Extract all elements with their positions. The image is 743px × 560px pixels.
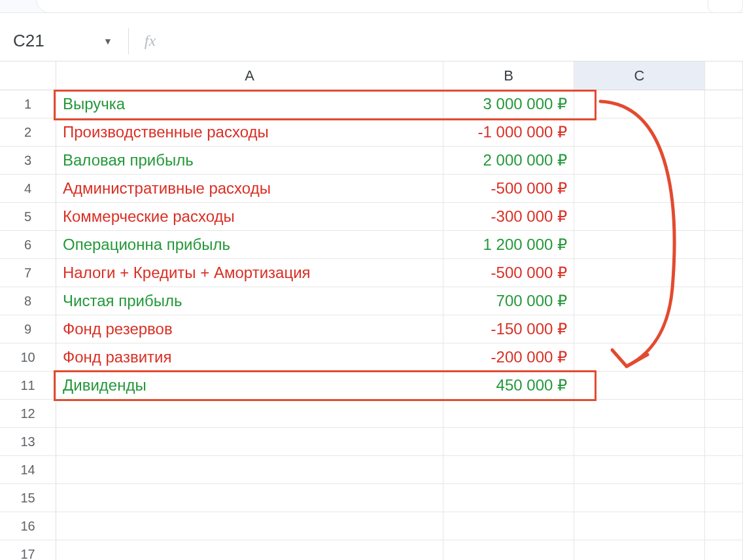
cell-A5[interactable]: Коммерческие расходы bbox=[56, 203, 443, 231]
table-row: 15 bbox=[0, 484, 743, 512]
cell-next-3[interactable] bbox=[705, 147, 743, 175]
cell-B14[interactable] bbox=[443, 456, 574, 484]
row-header[interactable]: 4 bbox=[0, 175, 56, 203]
row-header[interactable]: 15 bbox=[0, 484, 56, 512]
row-header[interactable]: 9 bbox=[0, 315, 56, 343]
cell-C12[interactable] bbox=[574, 400, 705, 428]
row-header[interactable]: 1 bbox=[0, 90, 56, 118]
row-header[interactable]: 14 bbox=[0, 456, 56, 484]
cell-B10[interactable]: -200 000 ₽ bbox=[443, 343, 574, 372]
name-box-cell-ref[interactable]: C21 bbox=[13, 31, 72, 51]
cell-A7[interactable]: Налоги + Кредиты + Амортизация bbox=[56, 259, 443, 287]
row-header[interactable]: 2 bbox=[0, 118, 56, 147]
cell-A13[interactable] bbox=[56, 428, 443, 456]
cell-next-11[interactable] bbox=[705, 372, 743, 400]
cell-next-5[interactable] bbox=[705, 203, 743, 231]
cell-C10[interactable] bbox=[574, 343, 705, 372]
cell-A1[interactable]: Выручка bbox=[56, 90, 443, 118]
cell-B17[interactable] bbox=[443, 540, 574, 560]
cell-A10[interactable]: Фонд развития bbox=[56, 343, 443, 372]
cell-B15[interactable] bbox=[443, 484, 574, 512]
cell-next-16[interactable] bbox=[705, 512, 743, 540]
cell-C15[interactable] bbox=[574, 484, 705, 512]
cell-C14[interactable] bbox=[574, 456, 705, 484]
row-header[interactable]: 13 bbox=[0, 428, 56, 456]
name-box[interactable]: C21 ▼ bbox=[13, 31, 112, 51]
cell-next-2[interactable] bbox=[705, 118, 743, 147]
cell-A15[interactable] bbox=[56, 484, 443, 512]
cell-B4[interactable]: -500 000 ₽ bbox=[443, 175, 574, 203]
cell-next-4[interactable] bbox=[705, 175, 743, 203]
spreadsheet-grid[interactable]: A B C 1Выручка3 000 000 ₽2Производственн… bbox=[0, 61, 743, 560]
cell-C11[interactable] bbox=[574, 372, 705, 400]
col-header-C[interactable]: C bbox=[574, 61, 705, 90]
col-header-A[interactable]: A bbox=[56, 61, 443, 90]
row-header[interactable]: 11 bbox=[0, 372, 56, 400]
cell-A17[interactable] bbox=[56, 540, 443, 560]
row-header[interactable]: 17 bbox=[0, 540, 56, 560]
row-header[interactable]: 10 bbox=[0, 343, 56, 372]
cell-C6[interactable] bbox=[574, 231, 705, 259]
cell-B12[interactable] bbox=[443, 400, 574, 428]
toolbar-right-button[interactable] bbox=[708, 0, 743, 13]
col-header-B[interactable]: B bbox=[443, 61, 574, 90]
cell-next-9[interactable] bbox=[705, 315, 743, 343]
col-header-next[interactable] bbox=[705, 61, 743, 90]
cell-C1[interactable] bbox=[574, 90, 705, 118]
cell-B8[interactable]: 700 000 ₽ bbox=[443, 287, 574, 315]
cell-B1[interactable]: 3 000 000 ₽ bbox=[443, 90, 574, 118]
cell-C13[interactable] bbox=[574, 428, 705, 456]
cell-next-13[interactable] bbox=[705, 428, 743, 456]
row-header[interactable]: 5 bbox=[0, 203, 56, 231]
cell-next-12[interactable] bbox=[705, 400, 743, 428]
cell-A14[interactable] bbox=[56, 456, 443, 484]
cell-A12[interactable] bbox=[56, 400, 443, 428]
chevron-down-icon[interactable]: ▼ bbox=[103, 36, 112, 46]
row-header[interactable]: 3 bbox=[0, 147, 56, 175]
cell-next-15[interactable] bbox=[705, 484, 743, 512]
row-header[interactable]: 7 bbox=[0, 259, 56, 287]
cell-A11[interactable]: Дивиденды bbox=[56, 372, 443, 400]
cell-A2[interactable]: Производственные расходы bbox=[56, 118, 443, 147]
cell-C5[interactable] bbox=[574, 203, 705, 231]
cell-next-6[interactable] bbox=[705, 231, 743, 259]
cell-B5[interactable]: -300 000 ₽ bbox=[443, 203, 574, 231]
cell-A6[interactable]: Операционна прибыль bbox=[56, 231, 443, 259]
cell-B2[interactable]: -1 000 000 ₽ bbox=[443, 118, 574, 147]
cell-B9[interactable]: -150 000 ₽ bbox=[443, 315, 574, 343]
cell-A4[interactable]: Административные расходы bbox=[56, 175, 443, 203]
cell-A8[interactable]: Чистая прибыль bbox=[56, 287, 443, 315]
cell-B13[interactable] bbox=[443, 428, 574, 456]
cell-next-8[interactable] bbox=[705, 287, 743, 315]
row-header[interactable]: 12 bbox=[0, 400, 56, 428]
cell-next-1[interactable] bbox=[705, 90, 743, 118]
cell-B6[interactable]: 1 200 000 ₽ bbox=[443, 231, 574, 259]
cell-B16[interactable] bbox=[443, 512, 574, 540]
cell-C2[interactable] bbox=[574, 118, 705, 147]
cell-B11[interactable]: 450 000 ₽ bbox=[443, 372, 574, 400]
cell-C7[interactable] bbox=[574, 259, 705, 287]
column-header-row: A B C bbox=[0, 61, 743, 90]
cell-C9[interactable] bbox=[574, 315, 705, 343]
cell-C3[interactable] bbox=[574, 147, 705, 175]
cell-B3[interactable]: 2 000 000 ₽ bbox=[443, 147, 574, 175]
cell-C4[interactable] bbox=[574, 175, 705, 203]
cell-B7[interactable]: -500 000 ₽ bbox=[443, 259, 574, 287]
cell-C8[interactable] bbox=[574, 287, 705, 315]
row-header[interactable]: 8 bbox=[0, 287, 56, 315]
select-all-corner[interactable] bbox=[0, 61, 56, 90]
table-row: 16 bbox=[0, 512, 743, 540]
table-row: 6Операционна прибыль1 200 000 ₽ bbox=[0, 231, 743, 259]
cell-A16[interactable] bbox=[56, 512, 443, 540]
cell-A3[interactable]: Валовая прибыль bbox=[56, 147, 443, 175]
row-header[interactable]: 16 bbox=[0, 512, 56, 540]
cell-next-17[interactable] bbox=[705, 540, 743, 560]
cell-next-14[interactable] bbox=[705, 456, 743, 484]
row-header[interactable]: 6 bbox=[0, 231, 56, 259]
cell-next-7[interactable] bbox=[705, 259, 743, 287]
cell-A9[interactable]: Фонд резервов bbox=[56, 315, 443, 343]
cell-C16[interactable] bbox=[574, 512, 705, 540]
cell-C17[interactable] bbox=[574, 540, 705, 560]
cell-next-10[interactable] bbox=[705, 343, 743, 372]
fx-icon[interactable]: fx bbox=[145, 32, 156, 50]
